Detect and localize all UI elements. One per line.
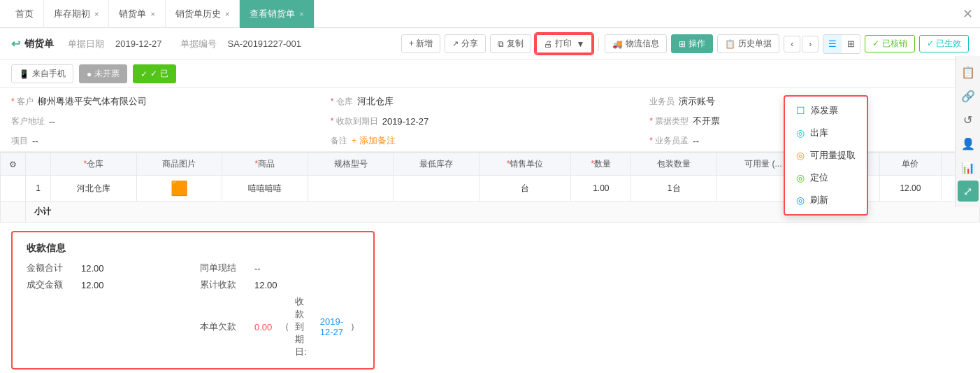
confirm-btn[interactable]: ✓ ✓ 已: [133, 64, 175, 83]
row-sales-unit: 台: [479, 176, 570, 202]
row-warehouse: 河北仓库: [51, 176, 137, 202]
tab-home[interactable]: 首页: [6, 0, 44, 28]
history-button[interactable]: 📋 历史单据: [717, 34, 779, 53]
transaction-val: 12.00: [81, 280, 104, 290]
warehouse-field: 仓库 河北仓库: [331, 95, 650, 108]
share-icon: ↗: [452, 39, 459, 48]
sidebar-chart-icon[interactable]: 📊: [958, 157, 979, 178]
warehouse-value: 河北仓库: [357, 95, 394, 108]
customer-field: 客户 柳州粤港平安气体有限公司: [11, 95, 331, 108]
note-add-btn[interactable]: + 添加备注: [352, 134, 396, 147]
refresh-label: 刷新: [810, 194, 828, 206]
project-label: 项目: [11, 135, 28, 147]
col-seq: [26, 153, 51, 176]
tab-history-close[interactable]: ×: [225, 10, 229, 18]
payment-info: 收款信息 金额合计 12.00 成交金额 12.00 同单现结 --: [11, 231, 375, 370]
effective-label: 已生效: [936, 38, 961, 48]
row-spec: [308, 176, 394, 202]
payment-title: 收款信息: [27, 242, 359, 255]
staff-label: 业务员: [649, 96, 675, 108]
total-amount-row: 金额合计 12.00: [27, 262, 186, 274]
customer-label: 客户: [11, 96, 34, 108]
cumulative-val: 12.00: [254, 280, 278, 290]
col-product: *商品: [222, 153, 308, 176]
sold-icon: ✓: [872, 38, 879, 48]
sold-status-btn[interactable]: ✓ 已核销: [865, 35, 914, 52]
cumulative-row: 累计收款 12.00: [200, 279, 359, 291]
tab-view-sales[interactable]: 查看销货单 ×: [240, 0, 314, 28]
action-row: 📱 来自手机 ● 未开票 ✓ ✓ 已: [0, 60, 980, 88]
operation-label: 操作: [689, 38, 705, 50]
tab-sales-close[interactable]: ×: [150, 10, 154, 18]
history-label: 历史单据: [738, 38, 772, 50]
locate-label: 定位: [810, 171, 828, 184]
sold-label: 已核销: [882, 38, 907, 48]
doc-toolbar: + 新增 ↗ 分享 ⧉ 复制 🖨 打印 ▼ 🚚 物流信: [401, 34, 969, 54]
logistics-button[interactable]: 🚚 物流信息: [605, 34, 667, 53]
arrears-suffix: （: [280, 321, 289, 333]
col-sales-unit: *销售单位: [479, 153, 570, 176]
same-order-val: --: [254, 263, 261, 274]
logistics-label: 物流信息: [626, 38, 659, 50]
sales-staff-label: 业务员孟: [649, 135, 689, 147]
note-label: 备注: [331, 135, 347, 147]
window-close-icon[interactable]: ✕: [963, 6, 973, 22]
total-amount-val: 12.00: [81, 263, 104, 274]
doc-header: ↩ 销货单 单据日期 2019-12-27 单据编号 SA-20191227-0…: [0, 28, 980, 60]
new-button[interactable]: + 新增: [401, 34, 440, 53]
payment-col-left: 金额合计 12.00 成交金额 12.00: [27, 262, 186, 358]
doc-number-value: SA-20191227-001: [228, 38, 302, 49]
copy-icon: ⧉: [498, 39, 504, 49]
nav-prev[interactable]: ‹: [784, 36, 800, 52]
view-grid-btn[interactable]: ⊞: [842, 35, 860, 53]
col-pack-qty: 包装数量: [631, 153, 717, 176]
sidebar-rotate-icon[interactable]: ↺: [958, 109, 979, 130]
nav-next[interactable]: ›: [802, 36, 819, 52]
outbound-label: 出库: [810, 127, 828, 139]
col-product-img: 商品图片: [136, 153, 222, 176]
print-dropdown-icon: ▼: [576, 39, 584, 49]
sidebar-link-icon[interactable]: 🔗: [958, 85, 979, 106]
tab-sales-label: 销货单: [119, 8, 146, 20]
tab-inventory-close[interactable]: ×: [94, 10, 99, 18]
dropdown-locate[interactable]: ◎ 定位: [785, 167, 867, 189]
tab-sales-order[interactable]: 销货单 ×: [109, 0, 165, 28]
sidebar-docs-icon[interactable]: 📋: [958, 62, 979, 83]
from-phone-label: 来自手机: [32, 68, 66, 80]
arrears-due-label: 收款到期日:: [295, 295, 311, 358]
arrears-row: 本单欠款 0.00 （ 收款到期日: 2019-12-27 ）: [200, 295, 359, 358]
ticket-type-label: 票据类型: [649, 115, 689, 127]
view-list-btn[interactable]: ☰: [823, 35, 842, 53]
row-pack-qty: 1台: [631, 176, 717, 202]
tab-inventory-init[interactable]: 库存期初 ×: [44, 0, 109, 28]
dropdown-outbound[interactable]: ◎ 出库: [785, 122, 867, 144]
col-gear: ⚙: [1, 153, 26, 176]
doc-date-value: 2019-12-27: [115, 38, 162, 49]
dropdown-add-invoice[interactable]: ☐ 添发票: [785, 99, 867, 122]
col-min-stock: 最低库存: [394, 153, 480, 176]
available-qty-label: 可用量提取: [810, 149, 856, 162]
tab-inventory-label: 库存期初: [54, 8, 90, 20]
operation-button[interactable]: ⊞ 操作: [671, 34, 713, 53]
sales-order-icon: ↩: [11, 37, 20, 50]
dropdown-available-qty[interactable]: ◎ 可用量提取: [785, 144, 867, 167]
confirm-icon: ✓: [140, 69, 147, 79]
sidebar-user-icon[interactable]: 👤: [958, 133, 979, 154]
from-phone-btn[interactable]: 📱 来自手机: [11, 64, 73, 83]
tab-history-label: 销货单历史: [175, 8, 221, 20]
print-label: 打印: [555, 38, 572, 50]
share-button[interactable]: ↗ 分享: [445, 34, 486, 53]
not-open-btn[interactable]: ● 未开票: [79, 64, 127, 83]
tab-sales-history[interactable]: 销货单历史 ×: [166, 0, 240, 28]
cumulative-key: 累计收款: [200, 279, 249, 291]
not-open-label: 未开票: [94, 68, 120, 80]
dropdown-refresh[interactable]: ◎ 刷新: [785, 189, 867, 211]
doc-type-label: 销货单: [24, 38, 54, 50]
effective-status-btn[interactable]: ✓ 已生效: [919, 35, 969, 52]
sidebar-expand-icon[interactable]: ⤢: [958, 181, 979, 202]
address-label: 客户地址: [11, 115, 45, 127]
print-button[interactable]: 🖨 打印 ▼: [535, 34, 593, 54]
col-quantity: *数量: [571, 153, 631, 176]
tab-view-close[interactable]: ×: [299, 10, 303, 18]
copy-button[interactable]: ⧉ 复制: [490, 34, 531, 53]
